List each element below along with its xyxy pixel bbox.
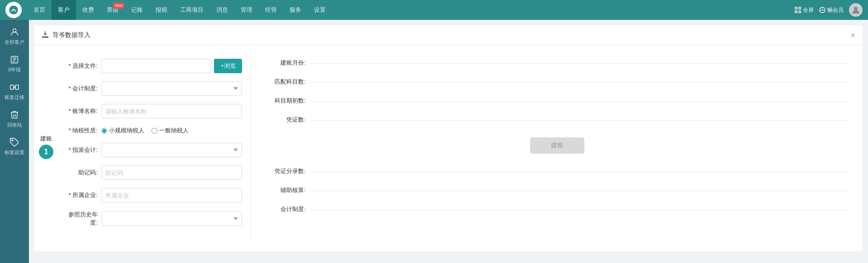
sidebar-item-declaration[interactable]: 0申报	[1, 51, 28, 77]
file-input-group: +浏览	[101, 59, 242, 73]
tax-type-radio-group: 小规模纳税人 一般纳税人	[101, 127, 242, 135]
tax-general-radio[interactable]	[152, 128, 157, 134]
svg-rect-2	[795, 7, 797, 9]
initial-amount-value	[309, 100, 849, 102]
nav-settings[interactable]: 设置	[308, 0, 332, 20]
create-account-button[interactable]: 建账	[530, 137, 584, 154]
info-accounting-system-value	[309, 209, 849, 210]
step-badge: 建账 1	[39, 135, 53, 159]
svg-rect-4	[795, 11, 797, 13]
voucher-entries-row: 凭证分录数:	[265, 167, 849, 175]
nav-accounts[interactable]: 记账	[125, 0, 149, 20]
voucher-entries-value	[309, 171, 849, 172]
nav-customers[interactable]: 客户	[52, 0, 76, 20]
form-section: 建账 1 * 选择文件: +浏览 * 会计制度:	[34, 54, 251, 240]
initial-amount-label: 科目期初数:	[265, 97, 306, 105]
file-text-input[interactable]	[101, 59, 211, 73]
tax-small-option[interactable]: 小规模纳税人	[101, 127, 144, 135]
aux-accounting-value	[309, 190, 849, 191]
nav-management[interactable]: 管理	[234, 0, 259, 20]
accountant-select[interactable]	[101, 143, 242, 157]
sidebar-item-label: 回收站	[7, 122, 22, 128]
modal-title: 导爷数据导入	[52, 31, 90, 39]
match-subjects-row: 匹配科目数:	[265, 78, 849, 86]
svg-rect-10	[10, 85, 14, 89]
file-label: * 选择文件:	[62, 62, 98, 70]
tax-type-label: * 纳税性质:	[62, 127, 98, 135]
nav-operations[interactable]: 经营	[259, 0, 283, 20]
sidebar-item-label: 账套迁移	[5, 94, 24, 101]
info-section: 建账月份: 匹配科目数: 科目期初数: 凭证数:	[251, 54, 863, 240]
aux-accounting-row: 辅助核算:	[265, 186, 849, 194]
accountant-row: * 指派会计:	[62, 143, 242, 157]
nav-tax[interactable]: 报税	[149, 0, 174, 20]
accounting-system-row: * 会计制度:	[62, 81, 242, 96]
tax-general-option[interactable]: 一般纳税人	[152, 127, 189, 135]
tax-small-label: 小规模纳税人	[109, 127, 144, 135]
sidebar-item-label: 0申报	[8, 66, 21, 73]
vip-button[interactable]: 畅会员	[819, 6, 844, 14]
memo-input[interactable]	[101, 165, 242, 180]
nav-items: 首页 客户 收费 票据 new 记账 报税 工商项目 消息 管理 经营 服务 设…	[27, 0, 795, 20]
info-accounting-system-label: 会计制度:	[265, 205, 306, 213]
accounting-system-select[interactable]	[101, 81, 242, 96]
nav-billing[interactable]: 收费	[76, 0, 100, 20]
ledger-name-row: * 账簿名称:	[62, 104, 242, 118]
info-accounting-system-row: 会计制度:	[265, 205, 849, 213]
nav-business[interactable]: 工商项目	[174, 0, 210, 20]
accounting-system-label: * 会计制度:	[62, 85, 98, 93]
file-row: * 选择文件: +浏览	[62, 59, 242, 73]
build-month-value	[309, 62, 849, 64]
content-area: 导爷数据导入 × 建账 1 * 选择文件: +浏览	[29, 20, 868, 263]
initial-amount-row: 科目期初数:	[265, 97, 849, 105]
nav-messages[interactable]: 消息	[210, 0, 234, 20]
ledger-name-input[interactable]	[101, 104, 242, 118]
svg-point-6	[820, 7, 825, 13]
build-month-label: 建账月份:	[265, 59, 306, 67]
tax-general-label: 一般纳税人	[159, 127, 189, 135]
vouchers-value	[309, 119, 849, 121]
modal-body: 建账 1 * 选择文件: +浏览 * 会计制度:	[34, 45, 863, 249]
nav-invoices[interactable]: 票据 new	[100, 0, 125, 20]
modal-card: 导爷数据导入 × 建账 1 * 选择文件: +浏览	[34, 25, 863, 251]
app-logo	[5, 2, 22, 18]
company-label: * 所属企业:	[62, 191, 98, 199]
main-layout: 全部客户 0申报 账套迁移 回收站 标签设置 导爷数据导入 ×	[0, 20, 868, 263]
sidebar-item-recycle[interactable]: 回收站	[1, 106, 28, 132]
match-subjects-value	[309, 81, 849, 83]
svg-point-7	[854, 7, 858, 10]
svg-rect-3	[799, 7, 801, 9]
sidebar: 全部客户 0申报 账套迁移 回收站 标签设置	[0, 20, 29, 263]
accountant-label: * 指派会计:	[62, 146, 98, 154]
match-subjects-label: 匹配科目数:	[265, 78, 306, 86]
sidebar-item-label: 标签设置	[5, 149, 24, 156]
nav-home[interactable]: 首页	[27, 0, 52, 20]
history-year-row: 参照历史年度:	[62, 211, 242, 227]
import-icon	[42, 31, 49, 39]
sidebar-item-all-customers[interactable]: 全部客户	[1, 23, 28, 49]
sidebar-item-tags[interactable]: 标签设置	[1, 134, 28, 160]
sidebar-item-migration[interactable]: 账套迁移	[1, 79, 28, 104]
svg-point-1	[13, 9, 14, 11]
new-badge: new	[114, 3, 124, 9]
vouchers-row: 凭证数:	[265, 116, 849, 124]
nav-services[interactable]: 服务	[283, 0, 308, 20]
vouchers-label: 凭证数:	[265, 116, 306, 124]
user-avatar[interactable]	[849, 3, 863, 17]
svg-rect-5	[799, 11, 801, 13]
history-year-select[interactable]	[101, 211, 242, 226]
fullscreen-button[interactable]: 全屏	[795, 6, 814, 14]
ledger-name-label: * 账簿名称:	[62, 107, 98, 115]
browse-button[interactable]: +浏览	[214, 59, 242, 73]
svg-point-8	[13, 29, 16, 32]
tax-small-radio[interactable]	[101, 128, 107, 134]
nav-right: 全屏 畅会员	[795, 3, 863, 17]
memo-label: 助记码:	[62, 169, 98, 177]
company-row: * 所属企业:	[62, 188, 242, 202]
modal-close-button[interactable]: ×	[850, 31, 855, 40]
company-input[interactable]	[101, 188, 242, 202]
voucher-entries-label: 凭证分录数:	[265, 167, 306, 175]
step-label: 建账	[40, 135, 52, 143]
modal-header: 导爷数据导入	[34, 25, 863, 45]
svg-point-12	[12, 140, 13, 141]
